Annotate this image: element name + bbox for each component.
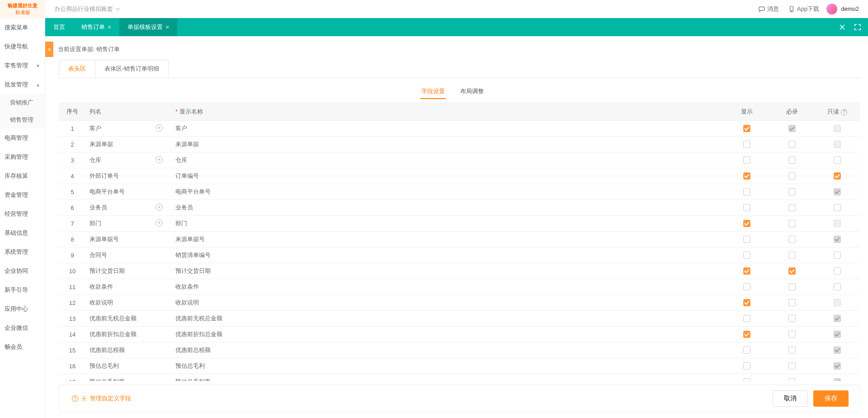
cell-display[interactable]: 优惠前折扣总金额 (172, 327, 724, 342)
table-row[interactable]: 7 部门+ 部门 (59, 216, 860, 232)
checkbox[interactable] (834, 204, 841, 211)
checkbox[interactable] (743, 347, 750, 354)
mid-tab[interactable]: 字段设置 (420, 85, 446, 99)
sidebar-item[interactable]: 采购管理 (0, 147, 45, 166)
sidebar-sub-item[interactable]: 营销推广 (0, 94, 45, 111)
sidebar-item[interactable]: 经营管理 (0, 204, 45, 223)
app-download-link[interactable]: App下载 (788, 5, 819, 13)
checkbox[interactable] (788, 378, 796, 381)
section-tab[interactable]: 表头区 (59, 60, 95, 78)
checkbox[interactable] (788, 331, 796, 338)
cell-display[interactable]: 优惠前总税额 (172, 342, 724, 358)
checkbox[interactable] (788, 252, 796, 259)
table-row[interactable]: 14 优惠前折扣总金额 优惠前折扣总金额 (59, 327, 860, 342)
cell-display[interactable]: 业务员 (172, 200, 724, 216)
avatar[interactable] (826, 4, 837, 14)
page-tab[interactable]: 销售订单× (73, 18, 119, 36)
checkbox[interactable] (788, 347, 796, 354)
sidebar-sub-item[interactable]: 销售管理 (0, 111, 45, 128)
cell-display[interactable]: 来源单据号 (172, 232, 724, 247)
account-selector[interactable]: 办公用品行业模拟账套 (54, 5, 120, 13)
checkbox[interactable] (788, 157, 796, 164)
table-row[interactable]: 8 来源单据号 来源单据号 (59, 232, 860, 247)
checkbox[interactable] (743, 141, 750, 148)
sidebar-item[interactable]: 零售管理▼ (0, 56, 45, 75)
sidebar-item[interactable]: 库存核算 (0, 166, 45, 185)
collapse-toggle[interactable]: » (45, 42, 53, 57)
cell-display[interactable]: 收款条件 (172, 279, 724, 295)
cell-display[interactable]: 预估总毛利率 (172, 374, 724, 381)
checkbox[interactable] (743, 267, 750, 275)
sidebar-item[interactable]: 搜索菜单 (0, 18, 45, 37)
add-icon[interactable]: + (156, 156, 163, 163)
tab-close-icon[interactable]: × (108, 24, 111, 31)
table-row[interactable]: 5 电商平台单号 电商平台单号 (59, 184, 860, 200)
mid-tab[interactable]: 布局调整 (459, 85, 485, 99)
sidebar-item[interactable]: 基础信息 (0, 223, 45, 242)
table-row[interactable]: 2 来源单据 来源单据 (59, 137, 860, 152)
checkbox[interactable] (743, 220, 750, 227)
sidebar-item[interactable]: 企业微信 (0, 318, 45, 337)
cell-display[interactable]: 预估总毛利 (172, 358, 724, 374)
help-icon[interactable]: ? (841, 109, 847, 115)
table-row[interactable]: 11 收款条件 收款条件 (59, 279, 860, 295)
checkbox[interactable] (743, 204, 750, 211)
checkbox[interactable] (788, 204, 796, 211)
checkbox[interactable] (743, 157, 750, 164)
checkbox[interactable] (788, 362, 796, 370)
tab-close-icon[interactable]: × (165, 24, 169, 31)
add-icon[interactable]: + (156, 219, 163, 227)
checkbox[interactable] (743, 283, 750, 290)
table-row[interactable]: 13 优惠前无税总金额 优惠前无税总金额 (59, 311, 860, 327)
add-icon[interactable]: + (156, 124, 163, 132)
checkbox[interactable] (834, 172, 841, 180)
cancel-button[interactable]: 取消 (773, 390, 808, 407)
checkbox[interactable] (834, 252, 841, 259)
table-row[interactable]: 15 优惠前总税额 优惠前总税额 (59, 342, 860, 358)
checkbox[interactable] (834, 283, 841, 290)
sidebar-item[interactable]: 资金管理 (0, 185, 45, 204)
fullscreen-button[interactable] (850, 18, 865, 36)
checkbox[interactable] (743, 378, 750, 381)
checkbox[interactable] (743, 315, 750, 322)
cell-display[interactable]: 电商平台单号 (172, 184, 724, 200)
checkbox[interactable] (743, 188, 750, 195)
fields-table-wrap[interactable]: 序号 列名 *显示名称 显示 必录 只读? 1 客户+ 客户 2 来源单据 来源… (59, 103, 860, 381)
add-icon[interactable]: + (156, 204, 163, 211)
logo[interactable]: 畅捷通好生意 标准版 (0, 0, 45, 18)
page-tab[interactable]: 单据模板设置× (119, 18, 177, 36)
sidebar-item[interactable]: 新手引导 (0, 280, 45, 299)
checkbox[interactable] (743, 362, 750, 370)
table-row[interactable]: 1 客户+ 客户 (59, 121, 860, 137)
messages-link[interactable]: 消息 (758, 5, 779, 13)
table-row[interactable]: 6 业务员+ 业务员 (59, 200, 860, 216)
checkbox[interactable] (788, 220, 796, 227)
checkbox[interactable] (788, 188, 796, 195)
checkbox[interactable] (743, 299, 750, 306)
checkbox[interactable] (788, 283, 796, 290)
checkbox[interactable] (743, 236, 750, 243)
cell-display[interactable]: 收款说明 (172, 295, 724, 311)
table-row[interactable]: 12 收款说明 收款说明 (59, 295, 860, 311)
save-button[interactable]: 保存 (813, 390, 849, 407)
checkbox[interactable] (788, 267, 796, 275)
checkbox[interactable] (743, 125, 750, 132)
page-tab[interactable]: 首页 (45, 18, 73, 36)
table-row[interactable]: 10 预计交货日期 预计交货日期 (59, 263, 860, 279)
checkbox[interactable] (834, 267, 841, 275)
username-label[interactable]: demo2 (841, 5, 859, 12)
cell-display[interactable]: 客户 (172, 121, 724, 137)
table-row[interactable]: 4 外部订单号 订单编号 (59, 168, 860, 184)
section-tab[interactable]: 表体区-销售订单明细 (95, 60, 169, 78)
sidebar-item[interactable]: 系统管理 (0, 242, 45, 261)
checkbox[interactable] (834, 157, 841, 164)
sidebar-item[interactable]: 应用中心 (0, 299, 45, 318)
cell-display[interactable]: 预计交货日期 (172, 263, 724, 279)
table-row[interactable]: 3 仓库+ 仓库 (59, 152, 860, 168)
cell-display[interactable]: 优惠前无税总金额 (172, 311, 724, 327)
sidebar-item[interactable]: 电商管理 (0, 128, 45, 147)
checkbox[interactable] (788, 315, 796, 322)
sidebar-item[interactable]: 畅会员 (0, 337, 45, 356)
sidebar-item[interactable]: 批发管理▲ (0, 75, 45, 94)
checkbox[interactable] (743, 331, 750, 338)
